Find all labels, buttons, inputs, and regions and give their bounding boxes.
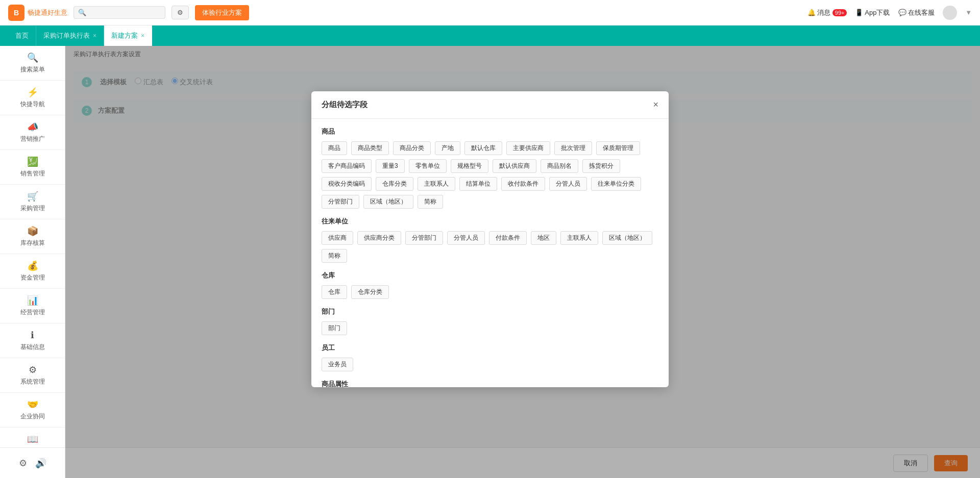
sidebar-item-sales[interactable]: 💹 销售管理 <box>0 150 65 185</box>
field-tags-goods: 商品商品类型商品分类产地默认仓库主要供应商批次管理保质期管理客户商品编码重量3零… <box>322 141 658 209</box>
modal-close-button[interactable]: × <box>653 99 658 110</box>
section-warehouse: 仓库仓库仓库分类 <box>322 271 658 299</box>
sidebar-item-search-label: 搜索菜单 <box>20 65 45 74</box>
sidebar-item-inventory[interactable]: 📦 库存核算 <box>0 219 65 254</box>
message-item[interactable]: 🔔 消息 99+ <box>807 8 847 17</box>
app-download-item[interactable]: 📱 App下载 <box>855 8 890 17</box>
nav-bar: 首页 采购订单执行表 × 新建方案 × <box>0 26 980 46</box>
sidebar-item-system[interactable]: ⚙ 系统管理 <box>0 358 65 393</box>
field-tag-供应商[interactable]: 供应商 <box>322 231 353 245</box>
app-download-label: App下载 <box>865 9 890 16</box>
nav-tab-home-label: 首页 <box>15 31 29 40</box>
logo-text: 畅捷通好生意 <box>28 8 67 17</box>
field-tag-简称[interactable]: 简称 <box>322 249 347 263</box>
purchase-icon: 🛒 <box>27 191 38 202</box>
field-tag-主联系人[interactable]: 主联系人 <box>560 231 598 245</box>
sales-icon: 💹 <box>27 156 38 167</box>
field-tag-零售单位[interactable]: 零售单位 <box>409 159 447 173</box>
field-tag-简称[interactable]: 简称 <box>418 195 443 209</box>
user-avatar[interactable] <box>943 6 957 20</box>
field-tag-税收分类编码[interactable]: 税收分类编码 <box>322 177 372 191</box>
field-tag-分管人员[interactable]: 分管人员 <box>447 231 485 245</box>
online-service-item[interactable]: 💬 在线客服 <box>898 8 935 17</box>
sidebar-item-collab[interactable]: 🤝 企业协同 <box>0 393 65 427</box>
field-tag-主联系人[interactable]: 主联系人 <box>418 177 455 191</box>
field-tag-主要供应商[interactable]: 主要供应商 <box>506 141 550 155</box>
sidebar-item-finance[interactable]: 💰 资金管理 <box>0 254 65 289</box>
field-tag-付款条件[interactable]: 付款条件 <box>489 231 527 245</box>
field-tag-结算单位[interactable]: 结算单位 <box>459 177 497 191</box>
sidebar-item-collab-label: 企业协同 <box>20 412 45 421</box>
field-tag-分管人员[interactable]: 分管人员 <box>549 177 587 191</box>
guide-icon: 📖 <box>27 434 38 445</box>
field-tag-往来单位分类[interactable]: 往来单位分类 <box>591 177 641 191</box>
sidebar-item-basic-info[interactable]: ℹ 基础信息 <box>0 323 65 358</box>
field-tag-区域（地区）[interactable]: 区域（地区） <box>363 195 413 209</box>
field-tag-商品别名[interactable]: 商品别名 <box>541 159 578 173</box>
search-menu-icon: 🔍 <box>27 52 38 63</box>
sidebar-item-operations[interactable]: 📊 经营管理 <box>0 289 65 323</box>
field-tag-仓库[interactable]: 仓库 <box>322 285 347 299</box>
section-title-employee: 员工 <box>322 343 658 353</box>
field-tag-区域（地区）[interactable]: 区域（地区） <box>602 231 652 245</box>
search-icon: 🔍 <box>78 9 86 16</box>
field-select-modal: 分组待选字段 × 商品商品商品类型商品分类产地默认仓库主要供应商批次管理保质期管… <box>311 91 669 387</box>
field-tag-产地[interactable]: 产地 <box>435 141 460 155</box>
field-tag-部门[interactable]: 部门 <box>322 321 347 335</box>
logo-icon: B <box>8 5 24 21</box>
settings-button[interactable]: ⚙ <box>172 6 189 19</box>
online-service-label: 在线客服 <box>908 9 935 16</box>
field-tag-批次管理[interactable]: 批次管理 <box>554 141 592 155</box>
field-tag-分管部门[interactable]: 分管部门 <box>405 231 443 245</box>
sidebar-item-system-label: 系统管理 <box>20 378 45 386</box>
experience-btn[interactable]: 体验行业方案 <box>195 5 249 20</box>
field-tag-规格型号[interactable]: 规格型号 <box>451 159 488 173</box>
nav-tab-new-plan-close[interactable]: × <box>141 32 144 39</box>
modal-title: 分组待选字段 <box>322 100 368 110</box>
field-tag-客户商品编码[interactable]: 客户商品编码 <box>322 159 372 173</box>
field-tag-重量3[interactable]: 重量3 <box>376 159 405 173</box>
collab-icon: 🤝 <box>27 399 38 410</box>
top-bar: B 畅捷通好生意 🔍 ⚙ 体验行业方案 🔔 消息 99+ 📱 App下载 💬 在… <box>0 0 980 26</box>
sidebar-item-purchase[interactable]: 🛒 采购管理 <box>0 185 65 219</box>
section-employee: 员工业务员 <box>322 343 658 371</box>
nav-tab-new-plan-label: 新建方案 <box>111 31 138 40</box>
bottom-sound-icon[interactable]: 🔊 <box>35 458 46 469</box>
nav-tab-home[interactable]: 首页 <box>8 26 36 46</box>
section-title-department: 部门 <box>322 307 658 316</box>
basic-info-icon: ℹ <box>27 330 38 341</box>
nav-tab-purchase[interactable]: 采购订单执行表 × <box>36 26 104 46</box>
sidebar-item-finance-label: 资金管理 <box>20 273 45 282</box>
field-tag-商品类型[interactable]: 商品类型 <box>351 141 389 155</box>
field-tags-warehouse: 仓库仓库分类 <box>322 285 658 299</box>
sidebar-item-operations-label: 经营管理 <box>20 308 45 317</box>
field-tag-默认仓库[interactable]: 默认仓库 <box>464 141 502 155</box>
field-tag-收付款条件[interactable]: 收付款条件 <box>501 177 545 191</box>
sidebar-item-quick-nav[interactable]: ⚡ 快捷导航 <box>0 81 65 115</box>
field-tag-地区[interactable]: 地区 <box>531 231 556 245</box>
sidebar-item-marketing[interactable]: 📣 营销推广 <box>0 115 65 150</box>
sidebar-item-quick-nav-label: 快捷导航 <box>20 100 45 109</box>
field-tag-仓库分类[interactable]: 仓库分类 <box>351 285 389 299</box>
modal-body: 商品商品商品类型商品分类产地默认仓库主要供应商批次管理保质期管理客户商品编码重量… <box>311 119 669 387</box>
field-tag-仓库分类[interactable]: 仓库分类 <box>376 177 413 191</box>
field-tag-保质期管理[interactable]: 保质期管理 <box>596 141 640 155</box>
field-tag-默认供应商[interactable]: 默认供应商 <box>493 159 536 173</box>
message-badge: 99+ <box>832 9 847 16</box>
sidebar-item-basic-info-label: 基础信息 <box>20 343 45 351</box>
search-box[interactable]: 🔍 <box>74 6 165 19</box>
field-tag-供应商分类[interactable]: 供应商分类 <box>357 231 401 245</box>
system-icon: ⚙ <box>27 364 38 375</box>
bottom-settings-icon[interactable]: ⚙ <box>19 458 27 469</box>
field-tag-拣货积分[interactable]: 拣货积分 <box>582 159 620 173</box>
field-tag-商品分类[interactable]: 商品分类 <box>393 141 431 155</box>
field-tag-商品[interactable]: 商品 <box>322 141 347 155</box>
top-right: 🔔 消息 99+ 📱 App下载 💬 在线客服 ▼ <box>807 6 972 20</box>
field-tag-分管部门[interactable]: 分管部门 <box>322 195 359 209</box>
sidebar-item-search[interactable]: 🔍 搜索菜单 <box>0 46 65 81</box>
section-department: 部门部门 <box>322 307 658 335</box>
service-icon: 💬 <box>898 9 906 16</box>
nav-tab-new-plan[interactable]: 新建方案 × <box>104 26 152 46</box>
nav-tab-purchase-close[interactable]: × <box>93 32 96 39</box>
field-tag-业务员[interactable]: 业务员 <box>322 358 353 371</box>
